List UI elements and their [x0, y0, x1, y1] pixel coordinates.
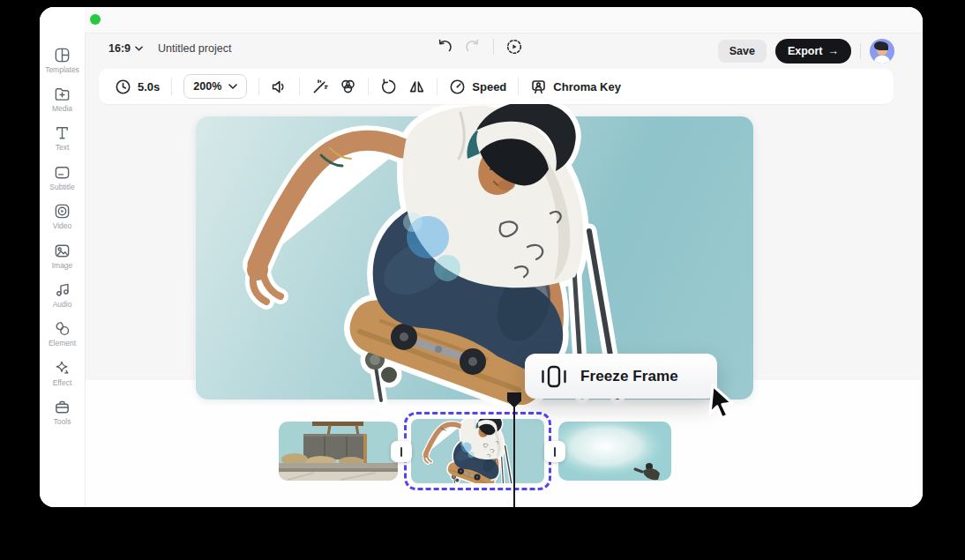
- timeline-clip-3[interactable]: [558, 422, 671, 481]
- clock-icon: [115, 78, 131, 95]
- element-icon: [54, 320, 71, 337]
- image-icon: [54, 243, 71, 259]
- speed-gauge-icon: [449, 78, 466, 95]
- mouse-cursor-icon: [706, 384, 739, 421]
- playhead-line[interactable]: [513, 397, 515, 507]
- tools-icon: [54, 399, 71, 415]
- effect-icon: [54, 360, 71, 377]
- zoom-level-dropdown[interactable]: 200%: [183, 74, 247, 99]
- redo-icon[interactable]: [465, 39, 481, 55]
- speed-label: Speed: [472, 80, 506, 93]
- freeze-frame-icon: [541, 365, 567, 388]
- toolbar-divider: [258, 78, 259, 95]
- toolbar-divider: [368, 78, 369, 95]
- freeze-frame-label: Freeze Frame: [580, 368, 678, 385]
- chevron-down-icon: [228, 84, 237, 89]
- sidebar-item-element[interactable]: Element: [40, 315, 85, 354]
- sidebar-item-media[interactable]: Media: [40, 79, 85, 118]
- subtitle-icon: [54, 164, 71, 181]
- video-icon: [54, 203, 71, 220]
- export-button[interactable]: Export →: [775, 39, 851, 63]
- clip-2-thumbnail: [411, 419, 544, 483]
- export-label: Export: [788, 45, 823, 57]
- magic-wand-icon[interactable]: [311, 78, 328, 95]
- header-divider: [860, 43, 861, 59]
- sidebar-item-tools[interactable]: Tools: [40, 393, 85, 432]
- project-title[interactable]: Untitled project: [158, 42, 231, 55]
- aspect-ratio-dropdown[interactable]: 16:9: [108, 42, 143, 55]
- sidebar-item-templates[interactable]: Templates: [40, 41, 85, 79]
- header-divider: [493, 39, 494, 55]
- sidebar-item-label: Element: [49, 339, 76, 347]
- timeline-clip-1[interactable]: [279, 422, 398, 481]
- media-icon: [54, 86, 71, 102]
- sidebar-item-subtitle[interactable]: Subtitle: [40, 158, 85, 197]
- avatar-hair: [874, 41, 888, 50]
- user-avatar[interactable]: [870, 39, 894, 63]
- templates-icon: [54, 47, 71, 63]
- audio-icon: [54, 281, 71, 298]
- sidebar-item-audio[interactable]: Audio: [40, 275, 85, 314]
- clip-3-thumbnail: [558, 422, 671, 481]
- sidebar-item-label: Image: [52, 261, 73, 270]
- chroma-key-icon: [530, 78, 547, 95]
- duration-value: 5.0s: [138, 80, 160, 93]
- arrow-right-icon: →: [828, 45, 840, 57]
- timeline-clip-2-selected[interactable]: [404, 412, 551, 490]
- sidebar-item-label: Tools: [54, 417, 71, 426]
- transition-handle-2[interactable]: [544, 441, 565, 462]
- sidebar-item-text[interactable]: Text: [40, 119, 85, 158]
- toolbar-divider: [518, 78, 519, 95]
- aspect-ratio-value: 16:9: [108, 42, 131, 55]
- text-icon: [54, 124, 71, 141]
- clip-1-thumbnail: [279, 422, 398, 481]
- header: 16:9 Untitled project Save Export →: [86, 34, 923, 69]
- avatar-body: [874, 56, 890, 63]
- sidebar-item-effect[interactable]: Effect: [40, 354, 85, 392]
- sidebar-item-label: Video: [53, 221, 72, 230]
- speed-control[interactable]: Speed: [449, 78, 506, 95]
- sidebar-item-label: Subtitle: [49, 183, 74, 191]
- transition-bar-icon: [400, 447, 402, 457]
- transition-bar-icon: [554, 447, 556, 457]
- color-filter-icon[interactable]: [340, 78, 356, 95]
- volume-icon[interactable]: [271, 78, 288, 95]
- title-bar: [40, 7, 923, 34]
- preview-icon[interactable]: [506, 39, 522, 55]
- playhead-marker[interactable]: [507, 392, 521, 408]
- sidebar-item-label: Effect: [53, 378, 72, 387]
- rotate-icon[interactable]: [380, 78, 397, 95]
- sidebar-item-image[interactable]: Image: [40, 236, 85, 275]
- sidebar: Templates Media Text Subtitle Video Imag…: [40, 34, 86, 507]
- duration-control[interactable]: 5.0s: [115, 78, 160, 95]
- toolbar-divider: [299, 78, 300, 95]
- zoom-window-button[interactable]: [90, 14, 101, 25]
- sidebar-item-video[interactable]: Video: [40, 198, 85, 236]
- toolbar-divider: [437, 78, 438, 95]
- zoom-level-value: 200%: [193, 80, 221, 93]
- clip-toolbar: 5.0s 200% Speed Chroma Key: [99, 69, 894, 104]
- chevron-down-icon: [135, 46, 143, 51]
- toolbar-divider: [171, 78, 172, 95]
- chroma-key-label: Chroma Key: [553, 80, 621, 93]
- transition-handle-1[interactable]: [391, 441, 412, 462]
- app-window: 16:9 Untitled project Save Export →: [40, 7, 923, 507]
- sidebar-item-label: Audio: [53, 300, 72, 309]
- chroma-key-control[interactable]: Chroma Key: [530, 78, 621, 95]
- undo-icon[interactable]: [437, 39, 453, 55]
- save-button[interactable]: Save: [718, 40, 767, 63]
- sidebar-item-label: Templates: [45, 65, 79, 74]
- sidebar-item-label: Media: [52, 104, 72, 113]
- freeze-frame-button[interactable]: Freeze Frame: [525, 354, 717, 399]
- sidebar-item-label: Text: [56, 143, 70, 152]
- flip-horizontal-icon[interactable]: [408, 78, 425, 95]
